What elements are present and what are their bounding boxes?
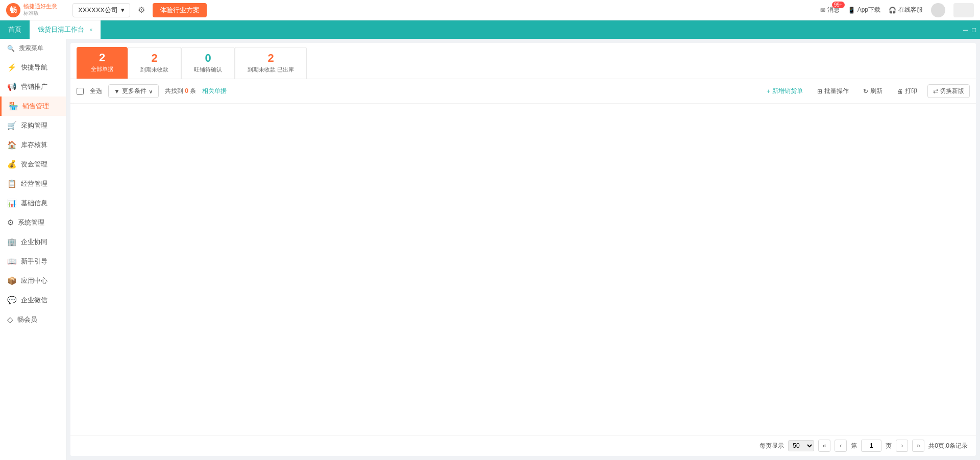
- sidebar-label-app-center: 应用中心: [21, 276, 47, 285]
- next-page-button[interactable]: ›: [896, 440, 908, 452]
- app-download-button[interactable]: 📱 App下载: [848, 6, 880, 14]
- sidebar-item-funds[interactable]: 💰 资金管理: [0, 155, 66, 174]
- batch-operation-button[interactable]: ⊞ 批量操作: [813, 85, 853, 98]
- content-area: 2 全部单据 2 到期未收款 0 旺铺待确认 2 到期未收款 已出库: [66, 39, 980, 460]
- sidebar-item-basic-info[interactable]: 📊 基础信息: [0, 193, 66, 213]
- refresh-button[interactable]: ↻ 刷新: [859, 85, 887, 98]
- pagination-bar: 每页显示 50 20 100 « ‹ 第 页 › » 共0页,0条记录: [70, 435, 976, 456]
- filter-icon: ▼: [114, 88, 120, 95]
- stat-tab-overdue-shipped[interactable]: 2 到期未收款 已出库: [235, 47, 307, 79]
- wechat-icon: 💬: [7, 296, 17, 305]
- total-label: 共0页,0条记录: [928, 442, 968, 450]
- quick-nav-icon: ⚡: [7, 63, 17, 72]
- batch-icon: ⊞: [817, 88, 822, 95]
- nav-tabs-right: ─ □: [963, 20, 980, 39]
- sidebar-item-purchase[interactable]: 🛒 采购管理: [0, 116, 66, 135]
- sidebar-label-guide: 新手引导: [21, 257, 47, 266]
- app-download-icon: 📱: [848, 7, 855, 14]
- refresh-label: 刷新: [870, 87, 883, 95]
- select-all-checkbox[interactable]: [77, 88, 84, 95]
- stat-num-overdue: 2: [151, 52, 157, 65]
- purchase-icon: 🛒: [7, 121, 17, 130]
- sidebar-label-funds: 资金管理: [21, 160, 47, 169]
- tab-cash-daily[interactable]: 钱货日清工作台 ×: [30, 20, 101, 39]
- toolbar: 全选 ▼ 更多条件 ∨ 共找到 0 条 相关单据 + 新增销货单: [70, 79, 976, 104]
- operations-icon: 📋: [7, 179, 17, 188]
- system-icon: ⚙: [7, 218, 14, 227]
- refresh-icon: ↻: [863, 88, 868, 95]
- guide-icon: 📖: [7, 257, 17, 266]
- sidebar-label-marketing: 营销推广: [21, 82, 47, 91]
- first-page-button[interactable]: «: [818, 440, 830, 452]
- home-tab-label: 首页: [8, 25, 21, 34]
- batch-label: 批量操作: [824, 87, 849, 95]
- stat-tab-all[interactable]: 2 全部单据: [77, 47, 128, 79]
- settings-button[interactable]: ⚙: [134, 3, 149, 17]
- sidebar-item-enterprise[interactable]: 🏢 企业协同: [0, 232, 66, 252]
- marketing-icon: 📢: [7, 82, 17, 91]
- dropdown-icon: ▾: [121, 6, 125, 14]
- app-name: 畅捷通好生意: [23, 3, 57, 10]
- sidebar-item-inventory[interactable]: 🏠 库存核算: [0, 135, 66, 155]
- print-icon: 🖨: [897, 88, 903, 95]
- select-all-label: 全选: [90, 87, 102, 95]
- search-icon: 🔍: [7, 45, 15, 52]
- tab-minimize-icon[interactable]: ─: [963, 26, 968, 34]
- stat-num-pending: 0: [205, 52, 211, 65]
- print-button[interactable]: 🖨 打印: [893, 85, 921, 98]
- sidebar-search[interactable]: 🔍 搜索菜单: [0, 39, 66, 58]
- stat-tab-overdue[interactable]: 2 到期未收款: [128, 47, 181, 79]
- prev-page-button[interactable]: ‹: [835, 440, 847, 452]
- filter-dropdown-icon: ∨: [149, 88, 153, 95]
- stat-label-overdue: 到期未收款: [140, 66, 168, 74]
- sidebar-label-basic-info: 基础信息: [21, 199, 47, 208]
- username-area: [953, 3, 974, 17]
- sidebar-item-wechat[interactable]: 💬 企业微信: [0, 290, 66, 310]
- sidebar-item-member[interactable]: ◇ 畅会员: [0, 310, 66, 329]
- page-number-input[interactable]: [861, 440, 881, 452]
- stat-label-all: 全部单据: [91, 65, 113, 73]
- app-download-label: App下载: [857, 6, 880, 14]
- sidebar-label-purchase: 采购管理: [21, 121, 47, 130]
- related-label[interactable]: 相关单据: [202, 87, 227, 95]
- add-icon: +: [767, 88, 770, 95]
- nav-tabs-bar: 首页 钱货日清工作台 × ─ □: [0, 20, 980, 39]
- sidebar-item-operations[interactable]: 📋 经营管理: [0, 174, 66, 193]
- sidebar-item-sales[interactable]: 🏪 销售管理: [0, 96, 66, 116]
- filter-button[interactable]: ▼ 更多条件 ∨: [108, 84, 159, 98]
- message-button[interactable]: ✉ 消息 99+: [820, 6, 840, 14]
- toolbar-right: + 新增销货单 ⊞ 批量操作 ↻ 刷新 🖨 打印: [763, 84, 970, 98]
- tab-maximize-icon[interactable]: □: [972, 26, 976, 34]
- page-label-before: 第: [851, 442, 857, 450]
- online-service-button[interactable]: 🎧 在线客服: [889, 6, 923, 14]
- sidebar-item-system[interactable]: ⚙ 系统管理: [0, 213, 66, 232]
- sidebar-item-guide[interactable]: 📖 新手引导: [0, 252, 66, 271]
- switch-version-button[interactable]: ⇄ 切换新版: [927, 84, 970, 98]
- stat-label-overdue-shipped: 到期未收款 已出库: [248, 66, 294, 74]
- sidebar-label-system: 系统管理: [18, 218, 44, 227]
- page-size-select[interactable]: 50 20 100: [788, 440, 814, 451]
- tab-close-icon[interactable]: ×: [89, 27, 92, 33]
- stat-tab-pending[interactable]: 0 旺铺待确认: [181, 47, 235, 79]
- experience-button[interactable]: 体验行业方案: [153, 3, 207, 17]
- company-selector[interactable]: XXXXXX公司 ▾: [72, 3, 130, 17]
- sidebar-label-enterprise: 企业协同: [21, 237, 47, 247]
- avatar[interactable]: [931, 3, 945, 17]
- add-sales-order-button[interactable]: + 新增销货单: [763, 85, 807, 98]
- app-badge: 标准版: [23, 10, 57, 17]
- last-page-button[interactable]: »: [912, 440, 924, 452]
- stat-num-all: 2: [99, 51, 105, 64]
- stats-tabs: 2 全部单据 2 到期未收款 0 旺铺待确认 2 到期未收款 已出库: [70, 43, 976, 79]
- logo-icon: 畅: [6, 3, 20, 17]
- tab-home[interactable]: 首页: [0, 20, 30, 39]
- sidebar-item-marketing[interactable]: 📢 营销推广: [0, 77, 66, 96]
- print-label: 打印: [905, 87, 917, 95]
- filter-label: 更多条件: [122, 87, 146, 95]
- page-size-label: 每页显示: [760, 442, 784, 450]
- main-layout: 🔍 搜索菜单 ⚡ 快捷导航 📢 营销推广 🏪 销售管理 🛒 采购管理 🏠 库存核…: [0, 39, 980, 460]
- online-service-label: 在线客服: [898, 6, 923, 14]
- sidebar-item-quick-nav[interactable]: ⚡ 快捷导航: [0, 58, 66, 77]
- sidebar-item-app-center[interactable]: 📦 应用中心: [0, 271, 66, 290]
- logo-area: 畅 畅捷通好生意 标准版: [6, 3, 72, 17]
- sidebar-label-wechat: 企业微信: [21, 296, 47, 305]
